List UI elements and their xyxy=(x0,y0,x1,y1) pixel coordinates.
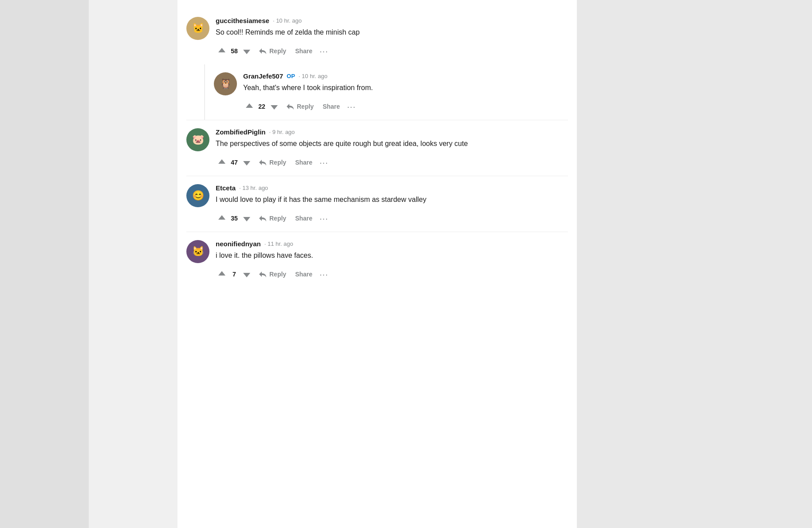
username: guccithesiamese xyxy=(216,17,269,24)
share-button[interactable]: Share xyxy=(292,46,316,56)
comment-item: 🐷 ZombifiedPiglin · 9 hr. ago The perspe… xyxy=(177,120,577,176)
comment-header: Etceta · 13 hr. ago xyxy=(216,184,568,192)
upvote-icon xyxy=(217,270,226,279)
timestamp: · 10 hr. ago xyxy=(299,73,327,79)
upvote-button[interactable] xyxy=(216,212,228,225)
vote-area: 58 xyxy=(216,45,253,57)
vote-area: 47 xyxy=(216,156,253,169)
more-options-button[interactable]: ··· xyxy=(318,268,330,280)
vote-count: 58 xyxy=(230,47,239,55)
downvote-icon xyxy=(242,47,251,55)
reply-icon xyxy=(258,270,267,279)
op-badge: OP xyxy=(287,73,295,79)
reply-button[interactable]: Reply xyxy=(255,45,290,57)
share-button[interactable]: Share xyxy=(319,101,343,112)
vote-area: 35 xyxy=(216,212,253,225)
comment-header: GranJefe507 OP · 10 hr. ago xyxy=(243,72,568,80)
username: GranJefe507 xyxy=(243,72,283,80)
avatar: 🦉 xyxy=(214,72,237,95)
upvote-button[interactable] xyxy=(243,100,256,113)
upvote-icon xyxy=(217,214,226,223)
more-options-button[interactable]: ··· xyxy=(318,157,330,169)
vote-count: 35 xyxy=(230,215,239,222)
comment-item-nested: 🦉 GranJefe507 OP · 10 hr. ago Yeah, that… xyxy=(204,64,577,120)
comment-text: So cool!! Reminds me of zelda the minish… xyxy=(216,27,568,38)
timestamp: · 10 hr. ago xyxy=(273,17,302,24)
downvote-button[interactable] xyxy=(240,156,253,169)
downvote-button[interactable] xyxy=(240,45,253,57)
reply-button[interactable]: Reply xyxy=(282,100,317,113)
upvote-icon xyxy=(217,158,226,167)
downvote-button[interactable] xyxy=(240,268,253,280)
reply-icon xyxy=(258,47,267,55)
comment-body: Etceta · 13 hr. ago I would love to play… xyxy=(216,184,568,232)
comment-item: 😊 Etceta · 13 hr. ago I would love to pl… xyxy=(177,176,577,232)
comment-actions: 58 Reply Share xyxy=(216,42,568,64)
comment-item: 🐱 neonifiednyan · 11 hr. ago i love it. … xyxy=(177,232,577,288)
comment-item: 🐱 guccithesiamese · 10 hr. ago So cool!!… xyxy=(177,9,577,64)
comment-text: Yeah, that's where I took inspiration fr… xyxy=(243,83,568,93)
reply-button[interactable]: Reply xyxy=(255,268,290,280)
avatar: 🐷 xyxy=(186,128,209,151)
comment-body: guccithesiamese · 10 hr. ago So cool!! R… xyxy=(216,17,568,64)
comment-body: GranJefe507 OP · 10 hr. ago Yeah, that's… xyxy=(243,72,568,120)
comment-actions: 47 Reply Share xyxy=(216,154,568,176)
reply-button[interactable]: Reply xyxy=(255,212,290,225)
reply-icon xyxy=(286,102,295,111)
comment-body: neonifiednyan · 11 hr. ago i love it. th… xyxy=(216,240,568,288)
username: Etceta xyxy=(216,184,236,192)
avatar: 🐱 xyxy=(186,240,209,263)
share-button[interactable]: Share xyxy=(292,213,316,224)
vote-count: 47 xyxy=(230,159,239,166)
username: ZombifiedPiglin xyxy=(216,128,266,136)
downvote-icon xyxy=(270,102,279,111)
reply-icon xyxy=(258,158,267,167)
upvote-button[interactable] xyxy=(216,268,228,280)
downvote-icon xyxy=(242,214,251,223)
vote-count: 7 xyxy=(230,271,239,278)
comment-actions: 22 Reply Share xyxy=(243,98,568,120)
more-options-button[interactable]: ··· xyxy=(318,213,330,225)
more-options-button[interactable]: ··· xyxy=(345,101,358,113)
downvote-icon xyxy=(242,158,251,167)
share-button[interactable]: Share xyxy=(292,157,316,168)
username: neonifiednyan xyxy=(216,240,261,248)
left-sidebar xyxy=(0,0,89,528)
upvote-icon xyxy=(217,47,226,55)
comment-header: ZombifiedPiglin · 9 hr. ago xyxy=(216,128,568,136)
more-options-button[interactable]: ··· xyxy=(318,45,330,57)
comment-header: guccithesiamese · 10 hr. ago xyxy=(216,17,568,24)
avatar: 🐱 xyxy=(186,17,209,40)
reply-icon xyxy=(258,214,267,223)
timestamp: · 13 hr. ago xyxy=(239,185,268,191)
comment-text: The perspectives of some objects are qui… xyxy=(216,138,568,149)
downvote-button[interactable] xyxy=(268,100,280,113)
comments-section: 🐱 guccithesiamese · 10 hr. ago So cool!!… xyxy=(177,0,577,528)
comment-actions: 35 Reply Share xyxy=(216,209,568,232)
timestamp: · 9 hr. ago xyxy=(269,129,295,135)
avatar: 😊 xyxy=(186,184,209,207)
vote-area: 7 xyxy=(216,268,253,280)
timestamp: · 11 hr. ago xyxy=(264,240,293,247)
upvote-button[interactable] xyxy=(216,45,228,57)
upvote-icon xyxy=(245,102,254,111)
downvote-icon xyxy=(242,270,251,279)
comment-header: neonifiednyan · 11 hr. ago xyxy=(216,240,568,248)
share-button[interactable]: Share xyxy=(292,269,316,280)
downvote-button[interactable] xyxy=(240,212,253,225)
comment-text: I would love to play if it has the same … xyxy=(216,194,568,205)
upvote-button[interactable] xyxy=(216,156,228,169)
comment-text: i love it. the pillows have faces. xyxy=(216,250,568,261)
vote-count: 22 xyxy=(257,103,266,110)
right-sidebar xyxy=(577,0,812,528)
comment-actions: 7 Reply Share xyxy=(216,265,568,288)
vote-area: 22 xyxy=(243,100,280,113)
comment-body: ZombifiedPiglin · 9 hr. ago The perspect… xyxy=(216,128,568,176)
reply-button[interactable]: Reply xyxy=(255,156,290,169)
